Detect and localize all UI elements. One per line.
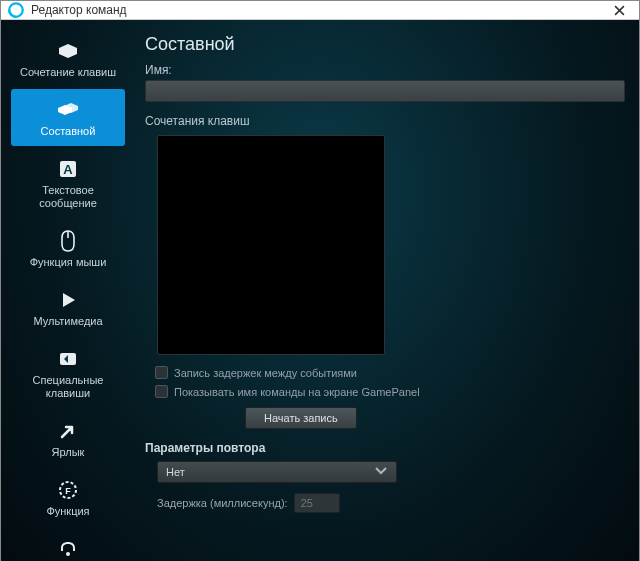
sidebar-item-text[interactable]: A Текстовое сообщение	[11, 148, 125, 218]
show-gamepanel-row[interactable]: Показывать имя команды на экране GamePan…	[155, 385, 625, 398]
sidebar-item-label: Ярлык	[52, 446, 85, 459]
start-recording-button[interactable]: Начать запись	[245, 407, 357, 429]
sidebar: Сочетание клавиш Составной A Текстовое с…	[1, 20, 129, 561]
ventrilo-icon	[57, 538, 79, 560]
repeat-select[interactable]: Нет	[157, 461, 397, 483]
body: Сочетание клавиш Составной A Текстовое с…	[1, 20, 639, 561]
window-title: Редактор команд	[31, 3, 605, 17]
chevron-down-icon	[374, 466, 388, 478]
panel-title: Составной	[145, 34, 625, 55]
record-delays-label: Запись задержек между событиями	[174, 367, 357, 379]
mouse-icon	[57, 230, 79, 252]
keystroke-recording-area[interactable]	[157, 135, 385, 355]
main-panel: Составной Имя: Сочетания клавиш Запись з…	[129, 20, 639, 561]
shortcut-arrow-icon	[57, 420, 79, 442]
sidebar-item-special[interactable]: Специальные клавиши	[11, 338, 125, 408]
checkbox-icon	[155, 366, 168, 379]
sidebar-item-keystroke[interactable]: Сочетание клавиш	[11, 30, 125, 87]
record-delays-row[interactable]: Запись задержек между событиями	[155, 366, 625, 379]
sidebar-item-label: Составной	[41, 125, 96, 138]
repeat-section-title: Параметры повтора	[145, 441, 625, 455]
svg-point-6	[66, 552, 70, 556]
delay-row: Задержка (миллисекунд):	[157, 493, 625, 513]
delay-input[interactable]	[294, 493, 340, 513]
sidebar-item-mouse[interactable]: Функция мыши	[11, 220, 125, 277]
sidebar-item-label: Сочетание клавиш	[20, 66, 116, 79]
multikey-icon	[57, 99, 79, 121]
name-label: Имя:	[145, 63, 625, 77]
keystroke-icon	[57, 40, 79, 62]
sidebar-item-label: Функция	[46, 505, 89, 518]
sidebar-item-ventrilo[interactable]: Ventrilo	[11, 528, 125, 561]
sidebar-item-media[interactable]: Мультимедиа	[11, 279, 125, 336]
delay-label: Задержка (миллисекунд):	[157, 497, 288, 509]
sidebar-item-label: Специальные клавиши	[15, 374, 121, 400]
command-editor-window: Редактор команд Сочетание клавиш Составн…	[0, 0, 640, 561]
svg-text:A: A	[63, 162, 73, 177]
checkbox-icon	[155, 385, 168, 398]
show-gamepanel-label: Показывать имя команды на экране GamePan…	[174, 386, 420, 398]
svg-text:F: F	[65, 486, 71, 496]
name-input[interactable]	[145, 80, 625, 102]
sidebar-item-label: Функция мыши	[30, 256, 107, 269]
special-key-icon	[57, 348, 79, 370]
sidebar-item-function[interactable]: F Функция	[11, 469, 125, 526]
close-button[interactable]	[605, 1, 633, 19]
sidebar-item-multikey[interactable]: Составной	[11, 89, 125, 146]
repeat-value: Нет	[166, 466, 185, 478]
sidebar-item-label: Мультимедиа	[33, 315, 102, 328]
keys-label: Сочетания клавиш	[145, 114, 625, 128]
text-icon: A	[57, 158, 79, 180]
gear-icon: F	[57, 479, 79, 501]
close-icon	[614, 5, 625, 16]
play-icon	[57, 289, 79, 311]
titlebar: Редактор команд	[1, 1, 639, 20]
sidebar-item-label: Текстовое сообщение	[15, 184, 121, 210]
start-recording-label: Начать запись	[264, 412, 338, 424]
sidebar-item-shortcut[interactable]: Ярлык	[11, 410, 125, 467]
logitech-logo-icon	[7, 1, 25, 19]
